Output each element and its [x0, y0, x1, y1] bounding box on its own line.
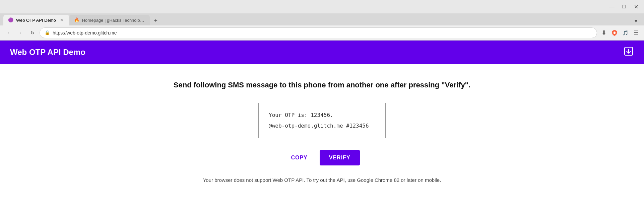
page-title: Web OTP API Demo [10, 48, 85, 57]
title-bar: — □ ✕ [0, 0, 644, 13]
media-button[interactable]: 🎵 [621, 28, 630, 38]
reload-button[interactable]: ↻ [27, 28, 38, 38]
nav-right-controls: ⬇ 🎵 ☰ [599, 28, 641, 38]
lock-icon: 🔒 [45, 30, 50, 35]
tab-dropdown-button[interactable]: ▾ [631, 16, 641, 25]
support-notice: Your browser does not support Web OTP AP… [203, 177, 441, 183]
action-buttons: COPY VERIFY [284, 150, 360, 165]
install-icon[interactable] [623, 46, 634, 59]
page-content: Send following SMS message to this phone… [0, 64, 644, 215]
browser-chrome: — □ ✕ 🟣 Web OTP API Demo ✕ 🔥 Homepage | … [0, 0, 644, 41]
brave-shield-icon[interactable] [610, 28, 619, 38]
tab-ghacks[interactable]: 🔥 Homepage | gHacks Technology News [69, 15, 150, 25]
back-button[interactable]: ‹ [3, 28, 13, 38]
sms-line-2: @web-otp-demo.glitch.me #123456 [269, 121, 375, 131]
tab-close-1[interactable]: ✕ [59, 17, 65, 23]
instruction-text: Send following SMS message to this phone… [174, 81, 470, 89]
tab-favicon-1: 🟣 [8, 17, 13, 23]
new-tab-button[interactable]: + [151, 16, 160, 25]
brave-logo-svg [611, 29, 618, 37]
sms-message-box: Your OTP is: 123456. @web-otp-demo.glitc… [258, 103, 386, 138]
window-controls: — □ ✕ [607, 2, 641, 11]
tab-favicon-2: 🔥 [74, 17, 79, 23]
tab-webotp[interactable]: 🟣 Web OTP API Demo ✕ [3, 15, 69, 25]
address-text: https://web-otp-demo.glitch.me [53, 30, 592, 35]
tab-title-1: Web OTP API Demo [16, 18, 56, 23]
menu-button[interactable]: ☰ [631, 28, 641, 38]
page-header: Web OTP API Demo [0, 41, 644, 64]
sms-line-1: Your OTP is: 123456. [269, 110, 375, 121]
nav-bar: ‹ › ↻ 🔒 https://web-otp-demo.glitch.me ⬇… [0, 25, 644, 40]
address-bar[interactable]: 🔒 https://web-otp-demo.glitch.me [40, 27, 597, 38]
tab-title-2: Homepage | gHacks Technology News [82, 18, 145, 23]
tabs-bar: 🟣 Web OTP API Demo ✕ 🔥 Homepage | gHacks… [0, 13, 644, 25]
minimize-button[interactable]: — [607, 2, 617, 11]
download-icon[interactable]: ⬇ [599, 28, 608, 38]
page-wrapper: Web OTP API Demo Send following SMS mess… [0, 41, 644, 215]
copy-button[interactable]: COPY [284, 151, 314, 164]
maximize-button[interactable]: □ [619, 2, 629, 11]
forward-button[interactable]: › [15, 28, 25, 38]
verify-button[interactable]: VERIFY [320, 150, 360, 165]
close-button[interactable]: ✕ [631, 2, 641, 11]
